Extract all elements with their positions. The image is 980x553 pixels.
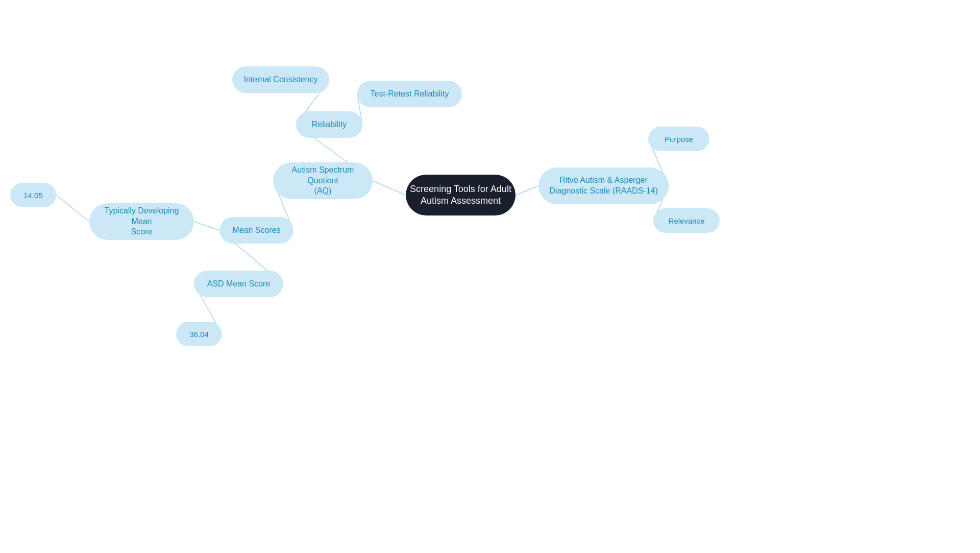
mind-map-canvas: [0, 0, 980, 553]
mean-scores-label: Mean Scores: [232, 226, 280, 235]
central-node[interactable]: Screening Tools for Adult Autism Assessm…: [406, 175, 516, 215]
value-1405-label: 14.05: [23, 191, 43, 200]
svg-line-6: [194, 222, 219, 230]
autism-spectrum-quotient-node[interactable]: Autism Spectrum Quotient (AQ): [273, 162, 373, 199]
aq-label: Autism Spectrum Quotient (AQ): [282, 165, 363, 197]
purpose-node[interactable]: Purpose: [648, 127, 709, 151]
asd-mean-score-node[interactable]: ASD Mean Score: [194, 271, 283, 297]
relevance-label: Relevance: [669, 217, 705, 225]
typically-developing-label: Typically Developing Mean Score: [99, 206, 185, 237]
svg-line-0: [373, 181, 406, 195]
svg-line-1: [516, 186, 538, 195]
internal-consistency-label: Internal Consistency: [244, 75, 318, 84]
test-retest-node[interactable]: Test-Retest Reliability: [357, 81, 462, 107]
typically-developing-node[interactable]: Typically Developing Mean Score: [89, 203, 194, 240]
reliability-label: Reliability: [312, 120, 347, 129]
asd-mean-score-label: ASD Mean Score: [207, 279, 271, 288]
mean-scores-node[interactable]: Mean Scores: [219, 217, 293, 244]
value-1405-node[interactable]: 14.05: [10, 183, 56, 207]
test-retest-label: Test-Retest Reliability: [371, 89, 449, 99]
value-3604-node[interactable]: 36.04: [176, 322, 222, 346]
purpose-label: Purpose: [665, 135, 693, 143]
value-3604-label: 36.04: [189, 330, 209, 339]
relevance-node[interactable]: Relevance: [653, 208, 720, 233]
raads14-node[interactable]: Ritvo Autism & Asperger Diagnostic Scale…: [538, 167, 669, 204]
central-node-label: Screening Tools for Adult Autism Assessm…: [410, 183, 511, 207]
internal-consistency-node[interactable]: Internal Consistency: [232, 66, 329, 93]
raads14-label: Ritvo Autism & Asperger Diagnostic Scale…: [549, 175, 658, 197]
svg-line-8: [56, 195, 89, 222]
reliability-node[interactable]: Reliability: [296, 111, 362, 138]
